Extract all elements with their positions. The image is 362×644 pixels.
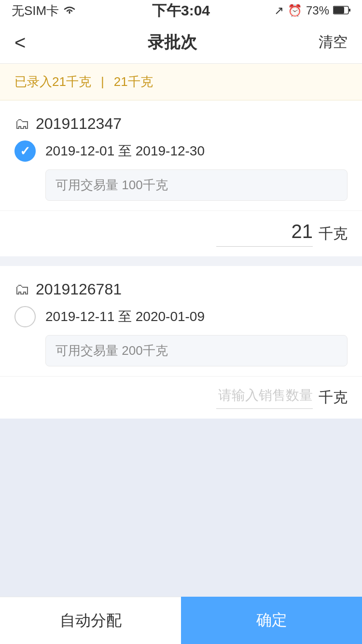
batch-date-1: 2019-12-01 至 2019-12-30 [45, 142, 205, 160]
quantity-unit-1: 千克 [319, 224, 348, 244]
section-divider [0, 256, 362, 266]
bottom-bar: 自动分配 确定 [0, 597, 362, 644]
input-placeholder-2[interactable]: 请输入销售数量 [218, 386, 313, 405]
batch-icon-2: 🗂 [14, 280, 30, 298]
batch-card-2: 🗂 2019126781 2019-12-11 至 2020-01-09 可用交… [0, 266, 362, 419]
page-container: 无SIM卡 下午3:04 ↗ ⏰ 73% [0, 0, 362, 644]
alarm-icon: ⏰ [288, 4, 302, 17]
batch-item-2: 🗂 2019126781 2019-12-11 至 2020-01-09 可用交… [0, 266, 362, 376]
quantity-underline-1: 21 [216, 221, 313, 247]
info-divider: | [101, 74, 104, 89]
recorded-label: 已录入21千克 [14, 73, 91, 90]
batch-number-1: 2019112347 [36, 115, 122, 133]
quantity-value-1[interactable]: 21 [292, 221, 313, 242]
batch-date-2: 2019-12-11 至 2020-01-09 [45, 308, 205, 326]
carrier-text: 无SIM卡 [12, 2, 59, 19]
batch-icon-1: 🗂 [14, 115, 30, 133]
batch-number-2: 2019126781 [36, 280, 122, 298]
battery-icon [333, 4, 350, 17]
checkbox-1[interactable] [14, 140, 36, 162]
nav-bar: < 录批次 清空 [0, 21, 362, 64]
checkbox-2[interactable] [14, 306, 36, 327]
status-left: 无SIM卡 [12, 2, 76, 19]
status-time: 下午3:04 [152, 1, 210, 21]
auto-distribute-button[interactable]: 自动分配 [0, 597, 181, 644]
batch-item-1: 🗂 2019112347 2019-12-01 至 2019-12-30 可用交… [0, 100, 362, 210]
batch-row-2: 2019-12-11 至 2020-01-09 [14, 306, 348, 327]
batch-header-2: 🗂 2019126781 [14, 280, 348, 298]
batch-header-1: 🗂 2019112347 [14, 115, 348, 133]
input-underline-2: 请输入销售数量 [216, 386, 313, 409]
svg-rect-1 [334, 7, 344, 14]
batch-card-1: 🗂 2019112347 2019-12-01 至 2019-12-30 可用交… [0, 100, 362, 256]
status-right: ↗ ⏰ 73% [274, 4, 350, 17]
info-banner: 已录入21千克 | 21千克 [0, 64, 362, 100]
input-row-2: 请输入销售数量 千克 [0, 376, 362, 419]
content-area: 🗂 2019112347 2019-12-01 至 2019-12-30 可用交… [0, 100, 362, 644]
back-button[interactable]: < [14, 33, 26, 52]
input-unit-2: 千克 [319, 388, 348, 407]
battery-text: 73% [306, 4, 329, 17]
wifi-icon [63, 3, 76, 18]
input-underline-line-2 [216, 408, 313, 409]
batch-row-1: 2019-12-01 至 2019-12-30 [14, 140, 348, 162]
info-value: 21千克 [114, 73, 153, 90]
location-icon: ↗ [274, 4, 284, 17]
status-bar: 无SIM卡 下午3:04 ↗ ⏰ 73% [0, 0, 362, 21]
batch-available-1: 可用交易量 100千克 [45, 169, 348, 201]
clear-button[interactable]: 清空 [319, 32, 348, 52]
page-title: 录批次 [148, 31, 197, 54]
quantity-underline-line-1 [216, 246, 313, 247]
svg-rect-2 [349, 9, 350, 12]
quantity-row-1: 21 千克 [0, 210, 362, 256]
confirm-button[interactable]: 确定 [181, 597, 362, 644]
batch-available-2: 可用交易量 200千克 [45, 335, 348, 366]
